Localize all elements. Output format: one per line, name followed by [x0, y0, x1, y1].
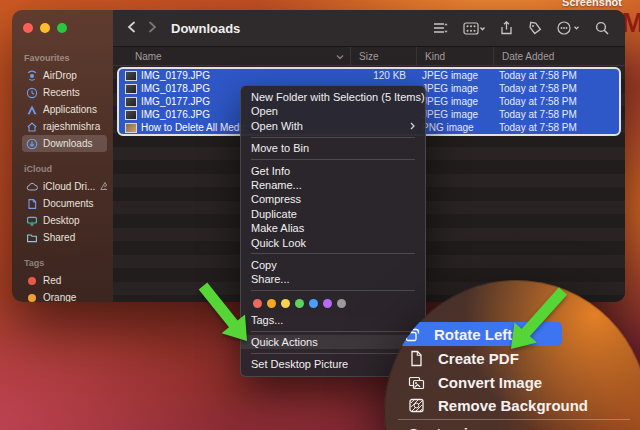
png-thumbnail-icon [125, 123, 137, 133]
sidebar-item-label: Documents [43, 198, 94, 209]
shared-folder-icon [26, 232, 38, 244]
jpeg-thumbnail-icon [125, 97, 137, 107]
menu-item-get-info[interactable]: Get Info [241, 164, 425, 178]
sidebar-item-downloads[interactable]: Downloads [22, 135, 107, 152]
menu-item-quick-actions[interactable]: Quick Actions [241, 335, 425, 349]
jpeg-thumbnail-icon [125, 71, 137, 81]
favourites-header: Favourites [24, 53, 107, 63]
tag-green-swatch[interactable] [295, 299, 304, 308]
convert-image-icon [408, 374, 425, 391]
menu-item-open-with[interactable]: Open With [241, 119, 425, 133]
airdrop-icon [26, 70, 38, 82]
sidebar-item-label: rajeshmishra [43, 121, 100, 132]
search-button[interactable] [595, 21, 609, 35]
window-title: Downloads [171, 21, 240, 36]
sort-chevron-icon [336, 51, 344, 62]
sidebar: Favourites AirDrop Recents Applications [12, 10, 113, 302]
menu-item-tags[interactable]: Tags... [241, 313, 425, 327]
column-date-added[interactable]: Date Added [493, 47, 625, 65]
sidebar-item-airdrop[interactable]: AirDrop [22, 67, 107, 84]
menu-item-make-alias[interactable]: Make Alias [241, 221, 425, 235]
sidebar-item-desktop[interactable]: Desktop [22, 212, 107, 229]
desktop-icon [26, 215, 38, 227]
tag-yellow-swatch[interactable] [281, 299, 290, 308]
tag-red-swatch[interactable] [253, 299, 262, 308]
window-controls [12, 10, 113, 33]
red-tag-icon [28, 277, 36, 285]
column-size[interactable]: Size [350, 47, 416, 65]
sidebar-item-icloud-drive[interactable]: iCloud Dri... [22, 178, 107, 195]
menu-separator [251, 290, 415, 291]
sidebar-item-documents[interactable]: Documents [22, 195, 107, 212]
sidebar-item-label: Applications [43, 104, 97, 115]
quick-action-remove-background[interactable]: Remove Background [402, 393, 630, 417]
jpeg-thumbnail-icon [125, 110, 137, 120]
quick-action-convert-image[interactable]: Convert Image [402, 370, 630, 394]
remove-background-icon [408, 397, 425, 414]
sidebar-item-shared[interactable]: Shared [22, 229, 107, 246]
share-button[interactable] [500, 21, 513, 35]
jpeg-thumbnail-icon [125, 84, 137, 94]
sidebar-item-label: Recents [43, 87, 80, 98]
group-button[interactable] [463, 22, 485, 35]
sidebar-item-applications[interactable]: Applications [22, 101, 107, 118]
tag-orange-swatch[interactable] [267, 299, 276, 308]
menu-item-duplicate[interactable]: Duplicate [241, 207, 425, 221]
warning-icon [100, 181, 107, 193]
tag-button[interactable] [528, 21, 542, 35]
menu-item-share[interactable]: Share... [241, 272, 425, 286]
context-menu: New Folder with Selection (5 Items) Open… [240, 85, 426, 377]
menu-item-rename[interactable]: Rename... [241, 178, 425, 192]
file-row[interactable]: IMG_0179.JPG 120 KB JPEG image Today at … [119, 69, 619, 82]
menu-item-new-folder[interactable]: New Folder with Selection (5 Items) [241, 90, 425, 104]
cloud-icon [26, 181, 38, 193]
view-options-button[interactable] [433, 22, 448, 34]
more-button[interactable] [557, 21, 580, 35]
applications-icon [26, 104, 38, 116]
menu-separator [251, 353, 415, 354]
downloads-icon [26, 138, 38, 150]
desktop: Screenshot M Favourites AirDrop [0, 0, 640, 430]
close-button[interactable] [23, 23, 33, 33]
sidebar-item-home[interactable]: rajeshmishra [22, 118, 107, 135]
sidebar-item-label: Shared [43, 232, 75, 243]
submenu-arrow-icon [410, 119, 415, 133]
back-button[interactable] [127, 19, 136, 37]
document-icon [26, 198, 38, 210]
quick-action-create-pdf[interactable]: Create PDF [402, 346, 630, 370]
menu-separator [251, 159, 415, 160]
sidebar-item-label: Downloads [43, 138, 92, 149]
icloud-header: iCloud [24, 164, 107, 174]
sidebar-item-label: iCloud Dri... [43, 181, 95, 192]
sidebar-item-label: Orange [43, 292, 76, 302]
minimize-button[interactable] [40, 23, 50, 33]
quick-action-rotate-left[interactable]: Rotate Left [398, 322, 562, 346]
clock-icon [26, 87, 38, 99]
sidebar-item-label: Red [43, 275, 61, 286]
sidebar-item-tag-orange[interactable]: Orange [22, 289, 107, 302]
sidebar-item-recents[interactable]: Recents [22, 84, 107, 101]
zoom-button[interactable] [57, 23, 67, 33]
screenshot-text: Screenshot [562, 0, 622, 8]
quick-action-customise[interactable]: Customise... [408, 425, 497, 430]
tag-gray-swatch[interactable] [337, 299, 346, 308]
column-kind[interactable]: Kind [416, 47, 493, 65]
menu-item-open[interactable]: Open [241, 104, 425, 118]
sidebar-item-tag-red[interactable]: Red [22, 272, 107, 289]
menu-item-compress[interactable]: Compress [241, 192, 425, 206]
tag-blue-swatch[interactable] [309, 299, 318, 308]
menu-separator [398, 419, 630, 420]
tag-purple-swatch[interactable] [323, 299, 332, 308]
toolbar: Downloads [113, 10, 625, 47]
menu-item-move-to-bin[interactable]: Move to Bin [241, 141, 425, 155]
column-headers: Name Size Kind Date Added [113, 47, 625, 66]
menu-separator [251, 253, 415, 254]
menu-item-copy[interactable]: Copy [241, 258, 425, 272]
column-name[interactable]: Name [113, 47, 350, 65]
menu-item-quick-look[interactable]: Quick Look [241, 236, 425, 250]
forward-button[interactable] [148, 19, 157, 37]
menu-separator [251, 137, 415, 138]
orange-tag-icon [28, 294, 36, 302]
pdf-document-icon [408, 350, 425, 367]
sidebar-item-label: Desktop [43, 215, 80, 226]
